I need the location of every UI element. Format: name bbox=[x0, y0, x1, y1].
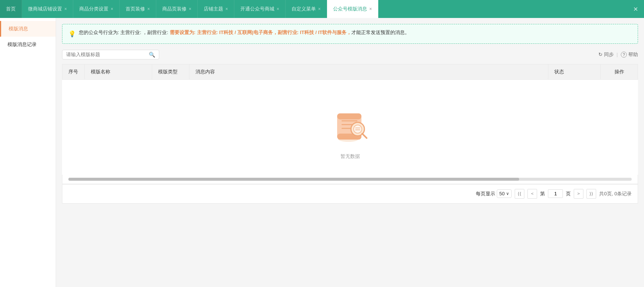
main-layout: 模版消息 模版消息记录 💡 您的公众号行业为: 主营行业: ，副营行业: 需要设… bbox=[0, 18, 644, 287]
sync-label: 同步 bbox=[604, 51, 614, 58]
table-header-row: 序号 模版名称 模版类型 消息内容 状态 操作 bbox=[62, 64, 638, 79]
nav-tab-product-decor[interactable]: 商品页装修 × bbox=[156, 0, 198, 18]
col-header-action: 操作 bbox=[601, 64, 638, 79]
help-button[interactable]: ? 帮助 bbox=[621, 51, 638, 58]
svg-point-8 bbox=[354, 125, 362, 133]
nav-tab-custom-menu[interactable]: 自定义菜单 × bbox=[286, 0, 327, 18]
sync-button[interactable]: ↻ 同步 bbox=[598, 51, 614, 58]
nav-tab-home-label: 首页 bbox=[6, 6, 16, 12]
nav-tab-shop-settings-label: 微商城店铺设置 bbox=[28, 6, 62, 12]
last-page-icon: ⟩⟩ bbox=[589, 191, 593, 196]
search-bar: 🔍 ↻ 同步 | ? 帮助 bbox=[62, 50, 638, 59]
page-size-select[interactable]: 50 ∨ bbox=[497, 189, 512, 198]
close-template-msg[interactable]: × bbox=[369, 6, 372, 12]
close-custom-menu[interactable]: × bbox=[318, 6, 321, 12]
empty-state: 暂无数据 bbox=[62, 80, 638, 175]
toolbar-right: ↻ 同步 | ? 帮助 bbox=[598, 51, 638, 58]
svg-rect-2 bbox=[337, 113, 361, 119]
last-page-button[interactable]: ⟩⟩ bbox=[586, 189, 596, 199]
nav-tab-product-decor-label: 商品页装修 bbox=[162, 6, 187, 12]
search-input[interactable] bbox=[66, 52, 149, 57]
sidebar-item-template-record-label: 模版消息记录 bbox=[7, 42, 37, 47]
notice-banner: 💡 您的公众号行业为: 主营行业: ，副营行业: 需要设置为: 主营行业: IT… bbox=[62, 24, 638, 44]
next-page-icon: ＞ bbox=[576, 190, 581, 197]
sidebar-item-template-msg[interactable]: 模版消息 bbox=[0, 21, 56, 37]
close-open-mall[interactable]: × bbox=[277, 6, 279, 12]
pagination: 每页显示 50 ∨ ⟨⟨ ＜ 第 页 ＞ ⟩⟩ 共0页, 0条记录 bbox=[62, 184, 638, 204]
empty-text: 暂无数据 bbox=[70, 153, 631, 160]
nav-tab-open-mall[interactable]: 开通公众号商城 × bbox=[234, 0, 286, 18]
col-header-no: 序号 bbox=[62, 64, 85, 79]
nav-tab-shop-theme[interactable]: 店铺主题 × bbox=[198, 0, 234, 18]
sidebar: 模版消息 模版消息记录 bbox=[0, 18, 56, 287]
next-page-button[interactable]: ＞ bbox=[574, 189, 583, 199]
nav-tab-category-settings[interactable]: 商品分类设置 × bbox=[73, 0, 120, 18]
close-all-tabs[interactable]: ✕ bbox=[627, 6, 644, 13]
sidebar-item-template-msg-label: 模版消息 bbox=[9, 26, 28, 31]
scrollbar-thumb bbox=[68, 178, 519, 181]
page-label: 第 bbox=[540, 190, 545, 197]
nav-tab-category-label: 商品分类设置 bbox=[79, 6, 108, 12]
content-area: 💡 您的公众号行业为: 主营行业: ，副营行业: 需要设置为: 主营行业: IT… bbox=[56, 18, 644, 287]
sidebar-item-template-record[interactable]: 模版消息记录 bbox=[0, 37, 56, 52]
col-header-content: 消息内容 bbox=[189, 64, 548, 79]
nav-tab-shop-theme-label: 店铺主题 bbox=[204, 6, 223, 12]
per-page-label: 每页显示 bbox=[476, 190, 495, 197]
data-table: 序号 模版名称 模版类型 消息内容 状态 操作 bbox=[62, 64, 638, 80]
nav-tab-home-decor[interactable]: 首页装修 × bbox=[120, 0, 156, 18]
nav-tab-home[interactable]: 首页 bbox=[0, 0, 22, 18]
empty-illustration bbox=[328, 102, 373, 147]
svg-line-9 bbox=[362, 134, 367, 138]
close-product-decor[interactable]: × bbox=[189, 6, 191, 12]
close-shop-theme[interactable]: × bbox=[225, 6, 228, 12]
page-unit: 页 bbox=[566, 190, 571, 197]
first-page-button[interactable]: ⟨⟨ bbox=[515, 189, 524, 199]
search-icon[interactable]: 🔍 bbox=[149, 52, 155, 58]
fake-scrollbar[interactable] bbox=[68, 178, 632, 181]
help-label: 帮助 bbox=[628, 51, 638, 58]
search-input-wrap: 🔍 bbox=[62, 50, 159, 59]
close-category[interactable]: × bbox=[111, 6, 113, 12]
nav-tab-custom-menu-label: 自定义菜单 bbox=[292, 6, 316, 12]
nav-tab-template-msg[interactable]: 公众号模版消息 × bbox=[327, 0, 378, 18]
scrollbar-row bbox=[62, 175, 638, 184]
per-page-select-wrap: 每页显示 50 ∨ bbox=[476, 189, 512, 198]
first-page-icon: ⟨⟨ bbox=[518, 191, 521, 196]
bulb-icon: 💡 bbox=[68, 29, 76, 39]
col-header-name: 模版名称 bbox=[85, 64, 152, 79]
prev-page-button[interactable]: ＜ bbox=[527, 189, 537, 199]
nav-tab-template-msg-label: 公众号模版消息 bbox=[333, 6, 367, 12]
nav-tab-shop-settings[interactable]: 微商城店铺设置 × bbox=[22, 0, 73, 18]
notice-text: 您的公众号行业为: 主营行业: ，副营行业: 需要设置为: 主营行业: IT科技… bbox=[79, 29, 410, 37]
toolbar-divider: | bbox=[617, 52, 618, 57]
nav-tab-open-mall-label: 开通公众号商城 bbox=[240, 6, 274, 12]
page-input[interactable] bbox=[548, 189, 563, 198]
page-total: 共0页, 0条记录 bbox=[599, 190, 632, 197]
close-home-decor[interactable]: × bbox=[147, 6, 150, 12]
col-header-status: 状态 bbox=[548, 64, 601, 79]
top-nav: 首页 微商城店铺设置 × 商品分类设置 × 首页装修 × 商品页装修 × 店铺主… bbox=[0, 0, 644, 18]
close-shop-settings[interactable]: × bbox=[64, 6, 67, 12]
chevron-down-icon: ∨ bbox=[506, 191, 509, 196]
col-header-type: 模版类型 bbox=[152, 64, 189, 79]
help-icon: ? bbox=[621, 52, 627, 58]
sync-icon: ↻ bbox=[598, 52, 603, 57]
page-size-value: 50 bbox=[499, 191, 505, 196]
notice-highlight: 需要设置为: 主营行业: IT科技 / 互联网|电子商务，副营行业: IT科技 … bbox=[170, 30, 352, 35]
prev-page-icon: ＜ bbox=[530, 190, 534, 197]
nav-tab-home-decor-label: 首页装修 bbox=[126, 6, 145, 12]
